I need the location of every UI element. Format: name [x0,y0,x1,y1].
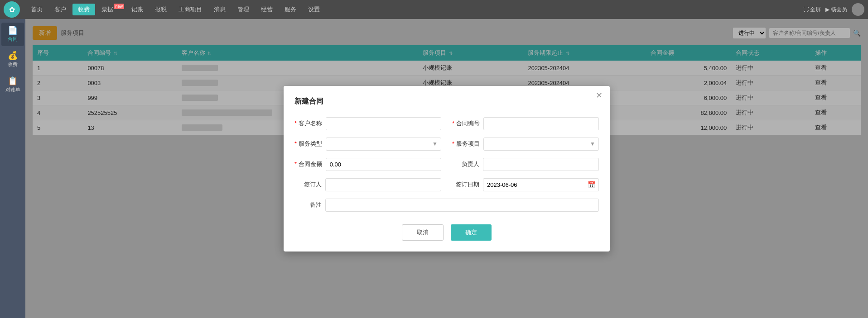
nav-tax[interactable]: 报税 [149,4,172,15]
form-row-sign-date: 签订日期 📅 [452,178,599,191]
form-row-service-type: 服务类型 ▼ [294,138,441,151]
modal-overlay: 新建合同 ✕ 客户名称 合同编号 服务类型 [25,19,868,318]
new-badge: new [114,4,124,9]
form-row-responsible: 负责人 [452,158,599,171]
contract-no-label: 合同编号 [452,119,480,128]
main-content: 新增 服务项目 进行中 已完成 已暂停 🔍 序号 合同编号 ⇅ [25,19,868,318]
nav-accounting[interactable]: 记账 [126,4,149,15]
cancel-button[interactable]: 取消 [402,224,444,241]
form-row-remark: 备注 [294,199,599,212]
contract-amount-input[interactable] [326,158,441,171]
nav-invoice[interactable]: 票据 new [96,4,125,15]
play-icon: ▶ [825,6,829,13]
signer-label: 签订人 [294,180,322,189]
contract-icon: 📄 [8,26,18,34]
form-row-amount: 合同金额 [294,158,441,171]
sidebar: 📄 合同 💰 收费 📋 对账单 [0,19,25,318]
nav-message[interactable]: 消息 [208,4,231,15]
signer-input[interactable] [325,178,441,191]
fee-icon: 💰 [8,52,18,60]
responsible-person-input[interactable] [483,158,599,171]
nav-settings[interactable]: 设置 [303,4,325,15]
remark-label: 备注 [294,201,322,209]
service-item-wrapper: ▼ [483,138,599,151]
customer-name-input[interactable] [326,117,441,130]
nav-manage[interactable]: 管理 [232,4,255,15]
sign-date-wrapper: 📅 [483,178,599,191]
form-row-contract-no: 合同编号 [452,117,599,130]
sidebar-item-statement[interactable]: 📋 对账单 [1,73,24,97]
nav-fee[interactable]: 收费 [72,4,95,15]
nav-home[interactable]: 首页 [25,4,48,15]
service-type-wrapper: ▼ [326,138,441,151]
vip-button[interactable]: ▶ 畅会员 [825,6,847,14]
sidebar-item-label: 对账单 [5,86,20,93]
contract-no-input[interactable] [483,117,599,130]
form-row-service-item: 服务项目 ▼ [452,138,599,151]
service-item-label: 服务项目 [452,140,480,148]
fullscreen-icon: ⛶ [803,6,809,13]
modal-close-button[interactable]: ✕ [596,91,603,100]
sign-date-input[interactable] [483,178,599,191]
new-contract-modal: 新建合同 ✕ 客户名称 合同编号 服务类型 [284,86,610,252]
nav-customer[interactable]: 客户 [49,4,72,15]
service-item-select[interactable] [483,138,599,151]
sidebar-item-label: 合同 [8,36,18,43]
service-type-label: 服务类型 [294,140,322,148]
modal-title: 新建合同 [294,97,599,106]
main-layout: 📄 合同 💰 收费 📋 对账单 新增 服务项目 进行中 已完成 已暂停 � [0,19,868,318]
sign-date-label: 签订日期 [452,180,479,189]
app-logo: ✿ [4,1,20,18]
service-type-select[interactable] [326,138,441,151]
nav-menu: 首页 客户 收费 票据 new 记账 报税 工商项目 消息 管理 经营 服务 设… [25,4,803,15]
statement-icon: 📋 [8,77,18,85]
fullscreen-button[interactable]: ⛶ 全屏 [803,6,821,14]
sidebar-item-contract[interactable]: 📄 合同 [1,23,24,46]
contract-amount-label: 合同金额 [294,160,322,168]
sidebar-item-label: 收费 [8,61,18,68]
sidebar-item-fee[interactable]: 💰 收费 [1,48,24,71]
confirm-button[interactable]: 确定 [451,224,492,241]
form-row-customer: 客户名称 [294,117,441,130]
avatar[interactable] [852,3,864,16]
nav-business[interactable]: 工商项目 [173,4,207,15]
top-navigation: ✿ 首页 客户 收费 票据 new 记账 报税 工商项目 消息 管理 经营 服务… [0,0,868,19]
modal-footer: 取消 确定 [294,224,599,241]
nav-right-actions: ⛶ 全屏 ▶ 畅会员 [803,3,864,16]
responsible-person-label: 负责人 [452,160,479,168]
remark-input[interactable] [325,199,599,212]
form-row-signer: 签订人 [294,178,441,191]
nav-operation[interactable]: 经营 [256,4,278,15]
nav-service[interactable]: 服务 [279,4,302,15]
customer-name-label: 客户名称 [294,119,322,128]
modal-form: 客户名称 合同编号 服务类型 ▼ [294,117,599,212]
